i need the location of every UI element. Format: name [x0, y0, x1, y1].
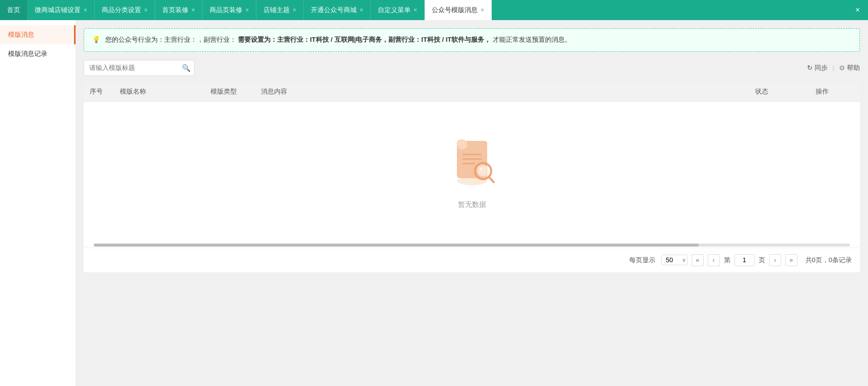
col-header-seq: 序号 [84, 82, 114, 102]
search-input[interactable] [84, 60, 194, 76]
tab-weshop[interactable]: 微商城店铺设置 × [28, 0, 95, 20]
table-header-row: 序号 模版名称 模版类型 消息内容 状态 [84, 82, 860, 102]
help-button[interactable]: ⊙ 帮助 [839, 63, 860, 72]
tab-productpage-label: 商品页装修 [210, 6, 242, 15]
notice-banner: 💡 您的公众号行业为：主营行业：，副营行业： 需要设置为：主营行业：IT科技 /… [84, 28, 860, 52]
tab-template-close[interactable]: × [481, 7, 484, 14]
tab-theme[interactable]: 店铺主题 × [256, 0, 304, 20]
next-page-button[interactable]: › [769, 254, 781, 266]
sync-icon: ↻ [807, 64, 813, 71]
toolbar-divider: | [833, 64, 834, 71]
empty-state: 暂无数据 [84, 102, 860, 240]
sidebar: 模版消息 模版消息记录 [0, 20, 76, 386]
main-layout: 模版消息 模版消息记录 💡 您的公众号行业为：主营行业：，副营行业： 需要设置为… [0, 20, 868, 386]
tab-productpage-close[interactable]: × [245, 7, 249, 14]
global-close-button[interactable]: × [847, 0, 868, 20]
pagination: 每页显示 10 20 50 100 « ‹ 第 页 › » 共0页，0条记录 [84, 248, 860, 272]
page-size-wrapper: 10 20 50 100 [661, 255, 688, 265]
tab-template-label: 公众号模版消息 [432, 6, 478, 15]
prev-page-button[interactable]: ‹ [708, 254, 720, 266]
notice-suffix: 才能正常发送预置的消息。 [493, 36, 571, 43]
col-header-type: 模版类型 [205, 82, 255, 102]
last-page-button[interactable]: » [785, 254, 797, 266]
tab-openstore-label: 开通公众号商城 [311, 6, 357, 15]
content-area: 💡 您的公众号行业为：主营行业：，副营行业： 需要设置为：主营行业：IT科技 /… [76, 20, 868, 386]
tab-template[interactable]: 公众号模版消息 × [425, 0, 492, 20]
col-header-action: 操作 [810, 82, 860, 102]
svg-point-7 [480, 168, 483, 171]
first-page-button[interactable]: « [692, 254, 704, 266]
scroll-track [94, 244, 850, 247]
sidebar-item-template-record[interactable]: 模版消息记录 [0, 44, 76, 63]
empty-state-text: 暂无数据 [94, 200, 850, 209]
tab-theme-close[interactable]: × [293, 7, 296, 14]
search-input-wrapper: 🔍 [84, 60, 194, 76]
notice-icon: 💡 [92, 36, 100, 43]
col-header-content: 消息内容 [255, 82, 749, 102]
scroll-thumb[interactable] [94, 244, 699, 247]
tab-category-label: 商品分类设置 [102, 6, 141, 15]
top-nav: 首页 微商城店铺设置 × 商品分类设置 × 首页装修 × 商品页装修 × 店铺主… [0, 0, 868, 20]
help-icon: ⊙ [839, 64, 845, 71]
horizontal-scrollbar[interactable] [84, 240, 860, 248]
page-size-select[interactable]: 10 20 50 100 [661, 255, 688, 265]
page-size-label: 每页显示 [629, 256, 655, 265]
search-bar: 🔍 ↻ 同步 | ⊙ 帮助 [84, 60, 860, 76]
sidebar-item-template-msg[interactable]: 模版消息 [0, 25, 76, 44]
tab-homepage-close[interactable]: × [191, 7, 195, 14]
svg-line-6 [489, 177, 494, 182]
notice-highlight: 需要设置为：主营行业：IT科技 / 互联网|电子商务，副营行业：IT科技 / I… [238, 36, 491, 43]
tab-home-label: 首页 [7, 6, 20, 15]
tab-home[interactable]: 首页 [0, 0, 28, 20]
page-label-suffix: 页 [759, 256, 765, 265]
empty-icon [442, 132, 502, 192]
tab-homepage[interactable]: 首页装修 × [155, 0, 203, 20]
tab-weshop-close[interactable]: × [84, 7, 87, 14]
sync-button[interactable]: ↻ 同步 [807, 63, 828, 72]
toolbar-right: ↻ 同步 | ⊙ 帮助 [807, 63, 860, 72]
tab-custommenu[interactable]: 自定义菜单 × [371, 0, 425, 20]
help-label: 帮助 [847, 63, 860, 72]
col-header-name: 模版名称 [114, 82, 205, 102]
data-table: 序号 模版名称 模版类型 消息内容 状态 [84, 82, 860, 240]
tab-productpage[interactable]: 商品页装修 × [203, 0, 256, 20]
tab-theme-label: 店铺主题 [263, 6, 290, 15]
tab-homepage-label: 首页装修 [162, 6, 188, 15]
tab-custommenu-close[interactable]: × [414, 7, 417, 14]
tab-category[interactable]: 商品分类设置 × [95, 0, 155, 20]
sidebar-item-template-msg-label: 模版消息 [8, 31, 34, 38]
page-label-prefix: 第 [724, 256, 730, 265]
tab-category-close[interactable]: × [144, 7, 148, 14]
total-info: 共0页，0条记录 [806, 256, 852, 265]
table-container: 序号 模版名称 模版类型 消息内容 状态 [84, 82, 860, 272]
tab-custommenu-label: 自定义菜单 [378, 6, 411, 15]
sync-label: 同步 [815, 63, 828, 72]
svg-point-5 [478, 166, 489, 177]
tab-openstore[interactable]: 开通公众号商城 × [304, 0, 371, 20]
page-number-input[interactable] [735, 254, 755, 266]
tab-openstore-close[interactable]: × [360, 7, 363, 14]
sidebar-item-template-record-label: 模版消息记录 [8, 50, 47, 57]
notice-prefix: 您的公众号行业为：主营行业：，副营行业： [105, 36, 236, 43]
tab-weshop-label: 微商城店铺设置 [35, 6, 81, 15]
col-header-status: 状态 [749, 82, 810, 102]
search-icon[interactable]: 🔍 [182, 64, 190, 72]
